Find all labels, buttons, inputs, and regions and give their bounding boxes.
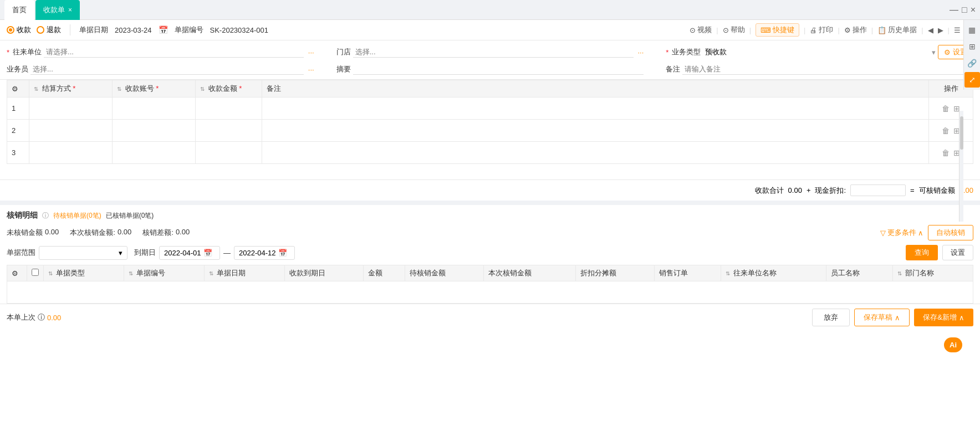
calendar-icon[interactable]: 📅: [159, 25, 168, 34]
sidebar-icon-3[interactable]: 🔗: [964, 55, 980, 71]
nav-prev-icon[interactable]: ◀: [928, 26, 933, 34]
row1-settlement[interactable]: [29, 98, 113, 120]
row2-amount[interactable]: [196, 120, 262, 142]
summary-field: 摘要: [336, 64, 644, 75]
date-to-input[interactable]: 2022-04-12 📅: [234, 246, 295, 260]
bottom-col-dept[interactable]: ⇅ 部门名称: [893, 265, 973, 281]
bottom-col-number[interactable]: ⇅ 单据编号: [124, 265, 204, 281]
col-remark-header[interactable]: 备注: [262, 80, 929, 98]
calendar-to-icon: 📅: [278, 249, 287, 257]
sidebar-icon-1[interactable]: ▦: [964, 22, 980, 38]
operation-btn[interactable]: ⚙ 操作: [844, 25, 867, 35]
sidebar-icon-4[interactable]: ⤢: [964, 72, 980, 88]
help-btn[interactable]: ⊙ 帮助: [723, 25, 745, 35]
sidebar-icon-2[interactable]: ⊞: [964, 39, 980, 54]
row2-delete-icon[interactable]: 🗑: [942, 126, 950, 135]
tab-home[interactable]: 首页: [4, 0, 34, 20]
row1-delete-icon[interactable]: 🗑: [942, 104, 950, 113]
bottom-col-type[interactable]: ⇅ 单据类型: [44, 265, 124, 281]
row2-remark[interactable]: [262, 120, 929, 142]
remark-input[interactable]: [682, 64, 973, 75]
row3-remark[interactable]: [262, 142, 929, 164]
store-more-icon[interactable]: ···: [638, 48, 644, 57]
nav-next-icon[interactable]: ▶: [938, 26, 943, 34]
row3-account[interactable]: [113, 142, 196, 164]
more-conditions-btn[interactable]: ▽ 更多条件 ∧: [880, 228, 923, 238]
save-draft-label: 保存草稿: [864, 312, 892, 322]
scrollbar-thumb[interactable]: [960, 116, 963, 150]
writeoff-info-icon[interactable]: ⓘ: [42, 211, 49, 221]
scrollbar[interactable]: [959, 111, 963, 222]
date-to-value: 2022-04-12: [239, 249, 276, 257]
layout-icon[interactable]: ☰: [954, 26, 961, 34]
writeoff-header: 核销明细 ⓘ 待核销单据(0笔) 已核销单据(0笔): [7, 211, 973, 221]
row3-amount[interactable]: [196, 142, 262, 164]
store-input[interactable]: [353, 47, 634, 58]
bottom-col-sales-order[interactable]: 销售订单: [655, 265, 721, 281]
summary-input[interactable]: [353, 64, 644, 75]
query-button[interactable]: 查询: [906, 245, 938, 260]
row3-delete-icon[interactable]: 🗑: [942, 148, 950, 157]
date-label: 单据日期: [79, 25, 108, 35]
bottom-col-due-date[interactable]: 收款到期日: [284, 265, 364, 281]
discard-button[interactable]: 放弃: [812, 309, 850, 326]
partner-input[interactable]: [44, 47, 304, 58]
bottom-col-pending[interactable]: 待核销金额: [405, 265, 484, 281]
tab-close-icon[interactable]: ×: [68, 6, 72, 14]
col-gear-header[interactable]: ⚙: [7, 80, 29, 98]
discount-input[interactable]: [850, 184, 906, 196]
print-btn[interactable]: 🖨 打印: [810, 25, 833, 35]
row2-account[interactable]: [113, 120, 196, 142]
tab-receipt[interactable]: 收款单 ×: [35, 0, 80, 20]
bottom-col-partner[interactable]: ⇅ 往来单位名称: [721, 265, 826, 281]
staff-more-icon[interactable]: ···: [308, 65, 314, 74]
date-from-input[interactable]: 2022-04-01 📅: [159, 246, 220, 260]
save-new-button[interactable]: 保存&新增 ∧: [914, 309, 973, 326]
diff-label: 核销差额:: [142, 228, 173, 238]
history-btn[interactable]: 📋 历史单据: [877, 25, 917, 35]
window-minimize-btn[interactable]: —: [950, 5, 958, 15]
biz-type-select[interactable]: 预收款 ▾: [703, 46, 936, 58]
receipt-table: ⚙ ⇅ 结算方式 * ⇅ 收款账号 * ⇅ 收款金额: [7, 80, 973, 164]
shortcut-icon: ⌨: [760, 26, 771, 34]
col-amount-header[interactable]: ⇅ 收款金额 *: [196, 80, 262, 98]
pending-tab[interactable]: 待核销单据(0笔): [53, 211, 101, 221]
row3-no: 3: [7, 142, 29, 164]
col-account-header[interactable]: ⇅ 收款账号 *: [113, 80, 196, 98]
radio-refund[interactable]: 退款: [37, 25, 61, 35]
row1-account[interactable]: [113, 98, 196, 120]
range-select[interactable]: ▾: [39, 246, 127, 260]
radio-receipt[interactable]: 收款: [7, 25, 31, 35]
staff-input[interactable]: [30, 64, 304, 75]
store-field: 门店 ···: [336, 47, 644, 58]
row2-settlement[interactable]: [29, 120, 113, 142]
row3-settlement[interactable]: [29, 142, 113, 164]
row1-remark[interactable]: [262, 98, 929, 120]
done-tab[interactable]: 已核销单据(0笔): [106, 211, 154, 221]
bottom-col-date[interactable]: ⇅ 单据日期: [204, 265, 284, 281]
window-restore-btn[interactable]: □: [962, 5, 967, 15]
save-draft-button[interactable]: 保存草稿 ∧: [854, 309, 910, 326]
writeoff-settings-button[interactable]: 设置: [942, 245, 973, 260]
col-settlement-header[interactable]: ⇅ 结算方式 *: [29, 80, 113, 98]
bottom-col-gear[interactable]: ⚙: [7, 265, 27, 281]
window-close-btn[interactable]: ×: [971, 5, 976, 15]
shortcut-btn[interactable]: ⌨ 快捷键: [756, 23, 799, 37]
bottom-col-staff[interactable]: 员工名称: [826, 265, 893, 281]
bottom-col-amount[interactable]: 金额: [364, 265, 405, 281]
col-settlement-label: 结算方式: [42, 84, 71, 93]
radio-receipt-label: 收款: [17, 25, 31, 35]
radio-receipt-dot: [7, 26, 14, 34]
bottom-col-discount[interactable]: 折扣分摊额: [575, 265, 655, 281]
row1-amount[interactable]: [196, 98, 262, 120]
video-btn[interactable]: ⊙ 视频: [690, 25, 712, 35]
select-all-checkbox[interactable]: [32, 269, 39, 276]
settings-gear-icon: ⚙: [944, 48, 951, 57]
footer-left: 本单上次 ⓘ 0.00: [7, 312, 61, 322]
auto-writeoff-button[interactable]: 自动核销: [928, 225, 973, 240]
bottom-col-current[interactable]: 本次核销金额: [484, 265, 575, 281]
partner-more-icon[interactable]: ···: [308, 48, 314, 57]
ai-badge[interactable]: Ai: [944, 337, 962, 352]
bottom-col-checkbox[interactable]: [27, 265, 44, 281]
footer-info-icon[interactable]: ⓘ: [38, 312, 45, 322]
